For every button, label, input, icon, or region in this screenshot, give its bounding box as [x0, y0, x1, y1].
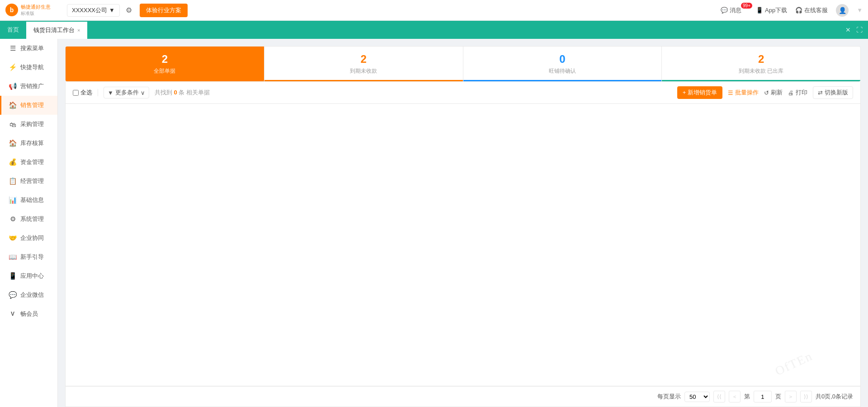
sidebar-item-wechat[interactable]: 💬 企业微信 — [0, 285, 57, 304]
sidebar-basic-info-label: 基础信息 — [20, 196, 44, 204]
sidebar-item-finance[interactable]: 💰 资金管理 — [0, 153, 57, 172]
stat-indicator-overdue — [264, 80, 463, 81]
page-prev-btn[interactable]: ＜ — [729, 391, 741, 402]
sidebar-search-label: 搜索菜单 — [20, 44, 44, 52]
stat-card-overdue[interactable]: 2 到期未收款 — [264, 47, 463, 81]
stat-card-pending[interactable]: 0 旺铺待确认 — [463, 47, 662, 81]
logo-text: 畅捷通好生意 — [21, 4, 51, 10]
page-last-btn[interactable]: ⟩⟩ — [800, 391, 812, 402]
message-badge: 99+ — [741, 3, 752, 9]
stat-number-pending: 0 — [472, 53, 653, 65]
result-text: 共找到 0 条 相关单据 — [155, 89, 210, 97]
sidebar-item-inventory[interactable]: 🏠 库存核算 — [0, 134, 57, 153]
select-all-checkbox[interactable]: 全选 — [73, 89, 92, 97]
stats-cards: 2 全部单据 2 到期未收款 0 旺铺待确认 2 到期未收款 已出库 — [65, 46, 861, 82]
fullscreen-icon[interactable]: ⛶ — [856, 26, 863, 33]
sales-icon: 🏠 — [9, 101, 17, 109]
message-btn[interactable]: 💬 消息 99+ — [721, 6, 748, 14]
username-area[interactable]: ▼ — [857, 7, 863, 14]
headset-icon: 🎧 — [795, 7, 802, 14]
sidebar-item-marketing[interactable]: 📢 营销推广 — [0, 77, 57, 96]
sidebar-item-purchase[interactable]: 🛍 采购管理 — [0, 115, 57, 134]
app-center-icon: 📱 — [9, 272, 17, 280]
sidebar-item-sales[interactable]: 🏠 销售管理 — [0, 96, 57, 115]
add-sales-btn[interactable]: + 新增销货单 — [677, 86, 722, 99]
page-size-select[interactable]: 50 20 100 — [684, 392, 710, 402]
refresh-icon: ↺ — [764, 89, 769, 96]
toolbar: 全选 ▼ 更多条件 ∨ 共找到 0 条 相关单据 + 新增销货单 ☰ 批量操作 — [65, 82, 861, 104]
refresh-btn[interactable]: ↺ 刷新 — [764, 89, 783, 97]
settings-icon[interactable]: ⚙ — [123, 4, 135, 17]
pagination-bar: 每页显示 50 20 100 ⟨⟨ ＜ 第 页 ＞ ⟩⟩ 共0页,0条记录 — [65, 386, 861, 407]
sidebar-inventory-label: 库存核算 — [20, 139, 44, 147]
tab-expand-area: ✕ ⛶ — [840, 21, 868, 39]
page-input[interactable] — [754, 391, 772, 402]
inventory-icon: 🏠 — [9, 139, 17, 147]
filter-btn[interactable]: ▼ 更多条件 ∨ — [104, 87, 149, 98]
filter-icon: ▼ — [108, 89, 113, 96]
avatar[interactable]: 👤 — [836, 4, 849, 17]
select-all-input[interactable] — [73, 90, 79, 96]
stat-card-all[interactable]: 2 全部单据 — [66, 47, 264, 81]
sidebar-item-member[interactable]: V 畅会员 — [0, 304, 57, 323]
cooperation-icon: 🤝 — [9, 234, 17, 242]
trial-btn[interactable]: 体验行业方案 — [140, 4, 188, 17]
sidebar-item-search[interactable]: ☰ 搜索菜单 — [0, 39, 57, 58]
logo-icon: b — [5, 4, 18, 16]
page-label-pre: 第 — [744, 393, 750, 401]
stat-card-shipped[interactable]: 2 到期未收款 已出库 — [662, 47, 860, 81]
page-first-btn[interactable]: ⟨⟨ — [713, 391, 725, 402]
sidebar-marketing-label: 营销推广 — [20, 82, 44, 90]
sidebar-item-operations[interactable]: 📋 经营管理 — [0, 172, 57, 191]
logo-badge: 标准版 — [21, 10, 51, 17]
sidebar-item-quick-nav[interactable]: ⚡ 快捷导航 — [0, 58, 57, 77]
page-next-btn[interactable]: ＞ — [785, 391, 797, 402]
close-window-icon[interactable]: ✕ — [845, 26, 851, 33]
marketing-icon: 📢 — [9, 82, 17, 90]
switch-icon: ⇄ — [818, 89, 823, 96]
sidebar-item-basic-info[interactable]: 📊 基础信息 — [0, 191, 57, 210]
sidebar-sales-label: 销售管理 — [20, 101, 44, 109]
tab-bar: 首页 钱货日清工作台 × ✕ ⛶ — [0, 21, 868, 39]
batch-label: 批量操作 — [735, 89, 759, 97]
tab-home[interactable]: 首页 — [0, 21, 26, 39]
sidebar-member-label: 畅会员 — [20, 310, 38, 318]
refresh-label: 刷新 — [771, 89, 783, 97]
tab-home-label: 首页 — [7, 26, 19, 34]
guide-icon: 📖 — [9, 253, 17, 261]
filter-chevron-icon: ∨ — [141, 89, 145, 96]
tab-close-icon[interactable]: × — [77, 28, 80, 33]
sidebar-purchase-label: 采购管理 — [20, 120, 44, 128]
toolbar-divider — [98, 89, 98, 96]
operations-icon: 📋 — [9, 177, 17, 185]
stat-indicator-pending — [463, 80, 662, 81]
top-header: b 畅捷通好生意 标准版 XXXXXX公司 ▼ ⚙ 体验行业方案 💬 消息 99… — [0, 0, 868, 21]
company-selector[interactable]: XXXXXX公司 ▼ — [67, 4, 120, 17]
stat-number-overdue: 2 — [274, 53, 454, 65]
sidebar-item-guide[interactable]: 📖 新手引导 — [0, 248, 57, 267]
sidebar-item-cooperation[interactable]: 🤝 企业协同 — [0, 229, 57, 248]
sidebar-operations-label: 经营管理 — [20, 177, 44, 185]
tab-active-label: 钱货日清工作台 — [33, 26, 75, 34]
sidebar-system-label: 系统管理 — [20, 215, 44, 223]
online-service-btn[interactable]: 🎧 在线客服 — [795, 6, 828, 14]
toolbar-right: + 新增销货单 ☰ 批量操作 ↺ 刷新 🖨 打印 ⇄ 切换新版 — [677, 86, 853, 99]
stat-number-shipped: 2 — [671, 53, 851, 65]
tab-active[interactable]: 钱货日清工作台 × — [26, 21, 87, 39]
batch-btn[interactable]: ☰ 批量操作 — [728, 89, 759, 97]
page-size-label: 每页显示 — [657, 393, 681, 401]
sidebar-guide-label: 新手引导 — [20, 253, 44, 261]
sidebar-item-system[interactable]: ⚙ 系统管理 — [0, 210, 57, 229]
app-download-btn[interactable]: 📱 App下载 — [756, 6, 787, 14]
sidebar-item-app-center[interactable]: 📱 应用中心 — [0, 267, 57, 285]
basic-info-icon: 📊 — [9, 196, 17, 204]
user-icon: 👤 — [839, 7, 846, 14]
download-icon: 📱 — [756, 7, 763, 14]
switch-version-btn[interactable]: ⇄ 切换新版 — [813, 86, 853, 99]
print-btn[interactable]: 🖨 打印 — [788, 89, 807, 97]
sidebar-cooperation-label: 企业协同 — [20, 234, 44, 242]
filter-label: 更多条件 — [115, 89, 139, 97]
select-all-label: 全选 — [80, 89, 92, 97]
message-label: 消息 — [730, 6, 741, 14]
logo-area: b 畅捷通好生意 标准版 — [5, 4, 63, 16]
